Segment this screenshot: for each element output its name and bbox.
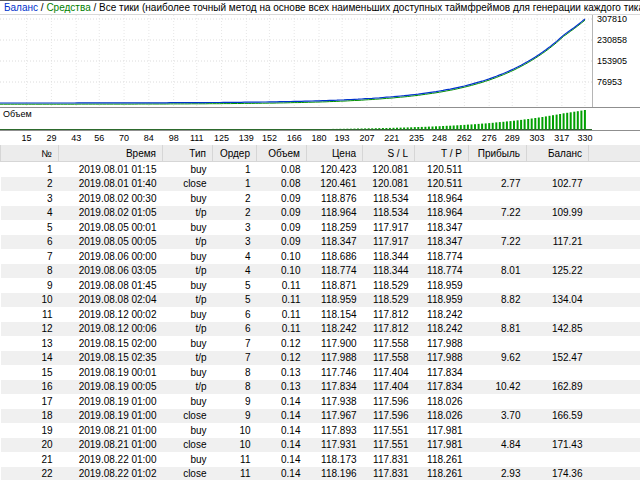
table-row[interactable]: 162019.08.19 00:05t/p80.13117.834117.404… (1, 380, 640, 395)
cell: 117.831 (363, 467, 415, 480)
cell: 117.834 (415, 380, 469, 395)
table-row[interactable]: 92019.08.08 01:45buy50.11118.871118.5291… (1, 278, 640, 293)
cell: 118.261 (415, 467, 469, 480)
cell: 118.959 (415, 278, 469, 293)
cell: 11 (213, 467, 257, 480)
cell: t/p (163, 264, 213, 279)
cell: 0.11 (257, 278, 307, 293)
cell: close (163, 467, 213, 480)
table-row[interactable]: 82019.08.06 03:05t/p40.10118.774118.3441… (1, 264, 640, 279)
table-row[interactable]: 12019.08.01 01:15buy10.08120.423120.0811… (1, 162, 640, 177)
table-row[interactable]: 212019.08.22 01:00buy110.14118.173117.83… (1, 452, 640, 467)
cell: 117.551 (363, 438, 415, 453)
chart-legend: Баланс / Средства / Все тики (наиболее т… (0, 1, 640, 15)
cell: 10.42 (469, 380, 527, 395)
table-row[interactable]: 192019.08.21 01:00buy100.14117.893117.55… (1, 423, 640, 438)
table-row[interactable]: 172019.08.19 01:00buy90.14117.938117.596… (1, 394, 640, 409)
table-row[interactable]: 112019.08.12 00:02buy60.11118.154117.812… (1, 307, 640, 322)
legend-part: / (91, 2, 99, 13)
cell: 117.981 (415, 438, 469, 453)
cell: 117.988 (415, 336, 469, 351)
table-row[interactable]: 22019.08.01 01:40close10.08120.461120.08… (1, 177, 640, 192)
cell: 6 (213, 322, 257, 337)
cell: buy (163, 452, 213, 467)
x-axis-tick-label: 166 (280, 133, 308, 143)
cell-filler (589, 264, 640, 279)
table-row[interactable]: 62019.08.05 00:05t/p30.09118.347117.9171… (1, 235, 640, 250)
cell: 117.917 (363, 220, 415, 235)
cell: 2019.08.02 01:05 (59, 206, 163, 221)
cell: 117.812 (363, 307, 415, 322)
volume-histogram (0, 108, 592, 130)
balance-chart-area: 76953153905230858307810 (0, 15, 640, 107)
cell: 117.558 (363, 351, 415, 366)
cell (469, 365, 527, 380)
cell (527, 307, 589, 322)
x-axis-tick-label: 111 (183, 133, 211, 143)
cell: 2019.08.19 00:05 (59, 380, 163, 395)
cell: 9 (213, 394, 257, 409)
table-row[interactable]: 42019.08.02 01:05t/p20.09118.964118.5341… (1, 206, 640, 221)
cell: 118.242 (415, 307, 469, 322)
cell-filler (589, 423, 640, 438)
table-row[interactable]: 52019.08.05 00:01buy30.09118.259117.9171… (1, 220, 640, 235)
cell: 125.22 (527, 264, 589, 279)
cell-filler (589, 235, 640, 250)
cell: 7.22 (469, 235, 527, 250)
cell (527, 249, 589, 264)
x-axis-tick-label: 207 (353, 133, 381, 143)
x-axis-tick-label: 221 (378, 133, 406, 143)
cell: 19 (1, 423, 59, 438)
cell: 134.04 (527, 293, 589, 308)
table-row[interactable]: 72019.08.06 00:00buy40.10118.686118.3441… (1, 249, 640, 264)
cell: 118.347 (415, 235, 469, 250)
cell: buy (163, 423, 213, 438)
column-header: Баланс (527, 145, 589, 162)
cell: 7 (213, 336, 257, 351)
column-header: S / L (363, 145, 415, 162)
cell: 2019.08.06 00:00 (59, 249, 163, 264)
table-row[interactable]: 222019.08.22 01:02close110.14118.196117.… (1, 467, 640, 480)
x-axis-tick-label: 70 (110, 133, 138, 143)
cell: 1 (213, 177, 257, 192)
y-axis-tick-label: 153905 (597, 56, 627, 66)
cell: 4 (213, 264, 257, 279)
cell: 118.344 (363, 249, 415, 264)
cell: 0.14 (257, 438, 307, 453)
table-row[interactable]: 182019.08.19 01:00close90.14117.967117.5… (1, 409, 640, 424)
cell: 15 (1, 365, 59, 380)
y-axis-labels: 76953153905230858307810 (592, 15, 640, 107)
cell (469, 249, 527, 264)
table-row[interactable]: 202019.08.21 01:00close100.14117.931117.… (1, 438, 640, 453)
cell (469, 423, 527, 438)
cell: 2019.08.01 01:15 (59, 162, 163, 177)
cell: 118.173 (307, 452, 363, 467)
column-header: Тип (163, 145, 213, 162)
cell: 118.964 (307, 206, 363, 221)
cell: 6 (213, 307, 257, 322)
table-row[interactable]: 122019.08.12 00:06t/p60.11118.242117.812… (1, 322, 640, 337)
table-row[interactable]: 132019.08.15 02:00buy70.12117.900117.558… (1, 336, 640, 351)
cell: 117.938 (307, 394, 363, 409)
cell: 109.99 (527, 206, 589, 221)
cell-filler (589, 336, 640, 351)
cell: 118.347 (415, 220, 469, 235)
table-row[interactable]: 152019.08.19 00:01buy80.13117.746117.404… (1, 365, 640, 380)
table-row[interactable]: 142019.08.15 02:35t/p70.12117.988117.558… (1, 351, 640, 366)
cell: 117.746 (307, 365, 363, 380)
table-row[interactable]: 32019.08.02 00:30buy20.09118.876118.5341… (1, 191, 640, 206)
cell: 9 (1, 278, 59, 293)
cell: t/p (163, 380, 213, 395)
cell: 2019.08.05 00:01 (59, 220, 163, 235)
x-axis-tick-label: 193 (328, 133, 356, 143)
table-header-row: №ВремяТипОрдерОбъемЦенаS / LT / PПрибыль… (1, 145, 640, 162)
cell-filler (589, 278, 640, 293)
cell: 118.026 (415, 409, 469, 424)
cell: 118.774 (307, 264, 363, 279)
cell: t/p (163, 235, 213, 250)
cell (527, 423, 589, 438)
cell: 7.22 (469, 206, 527, 221)
cell: 120.423 (307, 162, 363, 177)
cell: 3 (213, 235, 257, 250)
table-row[interactable]: 102019.08.08 02:04t/p50.11118.959118.529… (1, 293, 640, 308)
